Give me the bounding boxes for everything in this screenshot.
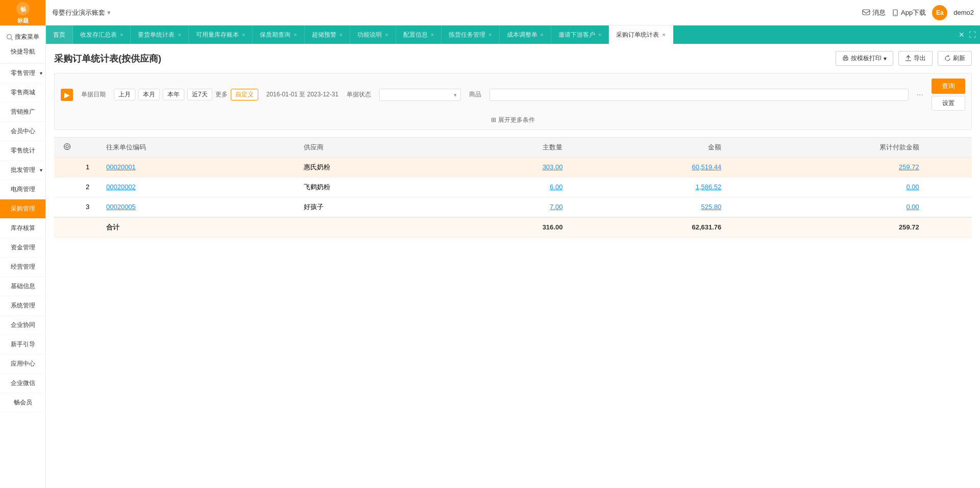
tab-close-pick-task-mgmt[interactable]: × <box>488 32 492 38</box>
filter-date-last-month[interactable]: 上月 <box>114 89 135 100</box>
amount-link[interactable]: 60,519.44 <box>692 163 721 171</box>
sidebar-item-retail-stats[interactable]: 零售统计 <box>0 141 45 161</box>
dropdown-icon[interactable]: ▾ <box>107 9 111 16</box>
tab-close-receive-summary[interactable]: × <box>120 32 123 38</box>
page-content: 采购订单统计表(按供应商) 按模板打印 ▾ <box>46 44 980 488</box>
filter-date-7days[interactable]: 近7天 <box>187 89 212 100</box>
sidebar-item-inventory-check[interactable]: 库存核算 <box>0 219 45 238</box>
tab-close-overstock-warning[interactable]: × <box>339 32 342 38</box>
paid-amount-link[interactable]: 0.00 <box>906 203 919 211</box>
supplier-code-link[interactable]: 00020005 <box>106 203 136 211</box>
sidebar-item-member-center[interactable]: 会员中心 <box>0 122 45 141</box>
tab-close-function-desc[interactable]: × <box>385 32 388 38</box>
sidebar-item-retail-store[interactable]: 零售商城 <box>0 83 45 102</box>
tab-order-stats[interactable]: 要货单统计表× <box>131 25 188 44</box>
app-download-btn[interactable]: App下载 <box>892 8 926 17</box>
user-avatar[interactable]: Ea <box>932 5 947 20</box>
table-footer: 合计 316.00 62,631.76 259.72 <box>54 217 972 238</box>
footer-index-cell <box>80 217 100 238</box>
tab-close-order-stats[interactable]: × <box>178 32 181 38</box>
tab-label-available-inventory: 可用量库存账本 <box>196 31 239 39</box>
sidebar-item-new-guide[interactable]: 新手引导 <box>0 335 45 354</box>
tab-function-desc[interactable]: 功能说明× <box>350 25 396 44</box>
table-header: 往来单位编码 供应商 主数量 金额 累计付款金额 <box>54 137 972 157</box>
expand-label: 展开更多条件 <box>498 116 535 124</box>
paid-amount-link[interactable]: 259.72 <box>899 163 919 171</box>
sidebar-search-item[interactable]: 搜索菜单 <box>3 30 42 44</box>
sidebar-item-marketing[interactable]: 营销推广 <box>0 102 45 122</box>
supplier-code-link[interactable]: 00020002 <box>106 183 136 191</box>
sidebar-item-system-mgmt[interactable]: 系统管理 <box>0 296 45 316</box>
export-btn[interactable]: 导出 <box>898 51 933 66</box>
footer-paid-amount-cell: 259.72 <box>727 217 925 238</box>
filter-date-this-year[interactable]: 本年 <box>163 89 184 100</box>
tab-expiry-query[interactable]: 保质期查询× <box>253 25 304 44</box>
tab-close-invite-downstream[interactable]: × <box>598 32 601 38</box>
tab-receive-summary[interactable]: 收发存汇总表× <box>73 25 131 44</box>
paid-amount-link[interactable]: 0.00 <box>906 183 919 191</box>
sidebar-item-member-card[interactable]: 畅会员 <box>0 393 45 413</box>
filter-date-this-month[interactable]: 本月 <box>138 89 160 100</box>
table-row: 2 00020002 飞鹤奶粉 6.00 1,586.52 0.00 <box>54 177 972 197</box>
expand-more-btn[interactable]: ⊞ 展开更多条件 <box>491 116 535 124</box>
tab-bar: 首页收发存汇总表×要货单统计表×可用量库存账本×保质期查询×超储预警×功能说明×… <box>46 25 980 44</box>
sidebar-item-app-center[interactable]: 应用中心 <box>0 354 45 374</box>
sidebar-item-wholesale-mgmt[interactable]: 批发管理▾ <box>0 161 45 180</box>
supplier-code-link[interactable]: 00020001 <box>106 163 136 171</box>
sidebar-item-purchase-mgmt[interactable]: 采购管理 <box>0 199 45 219</box>
tab-purchase-order-stats[interactable]: 采购订单统计表× <box>609 25 673 44</box>
tab-cost-adjust[interactable]: 成本调整单× <box>500 25 551 44</box>
main-qty-link[interactable]: 303.00 <box>543 163 563 171</box>
amount-link[interactable]: 1,586.52 <box>696 183 722 191</box>
tab-pick-task-mgmt[interactable]: 拣货任务管理× <box>442 25 499 44</box>
filter-date-custom[interactable]: 自定义 <box>231 89 258 100</box>
tab-label-purchase-order-stats: 采购订单统计表 <box>616 31 659 39</box>
col-amount-header: 金额 <box>569 137 727 157</box>
sidebar-item-basic-info[interactable]: 基础信息 <box>0 277 45 296</box>
tab-config-info[interactable]: 配置信息× <box>396 25 442 44</box>
tab-close-config-info[interactable]: × <box>431 32 434 38</box>
filter-date-more[interactable]: 更多 <box>215 90 228 99</box>
close-tab-icon[interactable]: ✕ <box>959 31 965 39</box>
row-main-qty: 6.00 <box>445 177 569 197</box>
template-print-arrow: ▾ <box>884 55 887 62</box>
page-title-row: 采购订单统计表(按供应商) 按模板打印 ▾ <box>54 51 972 66</box>
sidebar-item-retail-management[interactable]: 零售管理▾ <box>0 64 45 83</box>
tab-label-invite-downstream: 邀请下游客户 <box>558 31 595 39</box>
goods-filter-input[interactable] <box>489 89 909 101</box>
footer-extra-cell <box>925 217 972 238</box>
tab-close-purchase-order-stats[interactable]: × <box>662 32 665 38</box>
maximize-icon[interactable]: ⛶ <box>969 31 976 39</box>
table-row: 3 00020005 好孩子 7.00 525.80 0.00 <box>54 197 972 217</box>
sidebar-item-finance-mgmt[interactable]: 资金管理 <box>0 238 45 258</box>
amount-link[interactable]: 525.80 <box>701 203 722 211</box>
sidebar-item-ecommerce-mgmt[interactable]: 电商管理 <box>0 180 45 199</box>
sidebar-quick-nav[interactable]: 快捷导航 <box>3 44 42 59</box>
sidebar-item-operation-mgmt[interactable]: 经营管理 <box>0 258 45 277</box>
col-settings[interactable] <box>54 137 80 157</box>
sidebar-item-enterprise-wechat[interactable]: 企业微信 <box>0 374 45 393</box>
tab-label-config-info: 配置信息 <box>403 31 428 39</box>
main-qty-link[interactable]: 7.00 <box>550 203 562 211</box>
message-btn[interactable]: 消息 <box>862 8 886 17</box>
main-qty-link[interactable]: 6.00 <box>550 183 562 191</box>
tab-home[interactable]: 首页 <box>46 25 73 44</box>
tab-close-cost-adjust[interactable]: × <box>541 32 544 38</box>
tab-invite-downstream[interactable]: 邀请下游客户× <box>551 25 609 44</box>
tab-close-expiry-query[interactable]: × <box>293 32 297 38</box>
filter-status-select[interactable] <box>379 89 461 101</box>
tab-overstock-warning[interactable]: 超储预警× <box>305 25 350 44</box>
tab-available-inventory[interactable]: 可用量库存账本× <box>189 25 253 44</box>
refresh-btn[interactable]: 刷新 <box>938 51 972 66</box>
filter-more-dots[interactable]: ··· <box>917 90 923 99</box>
refresh-icon <box>944 55 951 62</box>
sidebar-item-enterprise-collab[interactable]: 企业协同 <box>0 316 45 335</box>
filter-toggle-btn[interactable]: ▶ <box>61 89 73 101</box>
search-icon <box>6 34 13 41</box>
settings-btn[interactable]: 设置 <box>932 96 965 111</box>
tab-close-available-inventory[interactable]: × <box>242 32 245 38</box>
footer-label-cell: 合计 <box>100 217 298 238</box>
app-download-label: App下载 <box>901 8 926 17</box>
search-btn[interactable]: 查询 <box>932 79 965 94</box>
template-print-btn[interactable]: 按模板打印 ▾ <box>836 51 893 66</box>
